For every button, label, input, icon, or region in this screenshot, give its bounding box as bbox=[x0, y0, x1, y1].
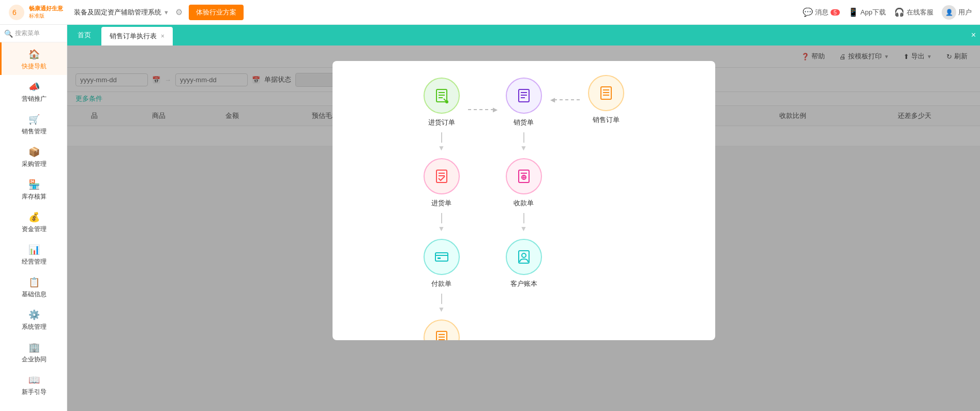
logo-text-line2: 标准版 bbox=[29, 12, 63, 20]
arrow-down-3-tip: ▼ bbox=[438, 305, 445, 315]
svg-point-6 bbox=[445, 100, 448, 103]
app-download-label: App下载 bbox=[861, 8, 886, 17]
h-arrows-col: ▶ bbox=[468, 73, 497, 158]
sidebar-item-operation[interactable]: 📊 经营管理 bbox=[0, 238, 67, 270]
tab-close-btn[interactable]: × bbox=[161, 33, 164, 40]
system-title-area[interactable]: 装备及固定资产辅助管理系统 ▼ bbox=[74, 8, 169, 17]
sidebar-label-marketing: 营销推广 bbox=[22, 95, 47, 103]
left-flow-col: 进货订单 ▼ 进货单 bbox=[415, 73, 468, 340]
operation-icon: 📊 bbox=[28, 244, 40, 255]
online-service-label: 在线客服 bbox=[907, 8, 933, 17]
h-arrow-left: ◀ bbox=[550, 96, 580, 103]
tab-active[interactable]: 销售订单执行表 × bbox=[101, 27, 173, 45]
sidebar-item-purchase[interactable]: 📦 采购管理 bbox=[0, 140, 67, 173]
flow-diagram: 进货订单 ▼ 进货单 bbox=[345, 73, 703, 340]
arrow-down-4 bbox=[523, 132, 524, 143]
search-icon: 🔍 bbox=[4, 29, 13, 38]
supplier-ledger-node[interactable]: 供应商账本 bbox=[415, 315, 468, 340]
avatar: 👤 bbox=[942, 5, 956, 20]
message-badge: 5 bbox=[831, 9, 840, 16]
svg-rect-13 bbox=[436, 331, 447, 340]
arrow-down-2-tip: ▼ bbox=[438, 224, 445, 235]
sidebar-label-system: 系统管理 bbox=[22, 323, 47, 331]
settings-icon[interactable]: ⚙ bbox=[175, 7, 183, 17]
tab-bar: 首页 销售订单执行表 × × bbox=[67, 25, 980, 45]
arrow-down-1-tip: ▼ bbox=[438, 144, 445, 154]
sidebar-item-guide[interactable]: 📖 新手引导 bbox=[0, 368, 67, 401]
svg-rect-10 bbox=[435, 253, 448, 261]
purchase-bill-node[interactable]: 进货单 bbox=[415, 154, 468, 212]
online-service-btn[interactable]: 🎧 在线客服 bbox=[894, 7, 933, 17]
purchase-icon: 📦 bbox=[28, 146, 40, 158]
svg-point-27 bbox=[522, 253, 526, 257]
search-menu-label: 搜索菜单 bbox=[15, 29, 40, 38]
payment-bill-node[interactable]: 付款单 bbox=[415, 235, 468, 293]
online-service-icon: 🎧 bbox=[894, 7, 904, 17]
top-right-area: 💬 消息 5 📱 App下载 🎧 在线客服 👤 用户 bbox=[803, 5, 972, 20]
logo-area: 6 畅康通好生意 标准版 bbox=[8, 4, 68, 21]
sidebar-item-basic-info[interactable]: 📋 基础信息 bbox=[0, 270, 67, 303]
customer-ledger-label: 客户账本 bbox=[510, 279, 537, 288]
search-menu-btn[interactable]: 🔍 搜索菜单 bbox=[0, 25, 67, 42]
system-icon: ⚙️ bbox=[28, 309, 40, 321]
dropdown-icon: ▼ bbox=[163, 9, 169, 16]
sidebar-item-inventory[interactable]: 🏪 库存核算 bbox=[0, 173, 67, 205]
sales-order-row: ◀ 销售订单 bbox=[550, 73, 632, 126]
sidebar-label-operation: 经营管理 bbox=[22, 257, 47, 266]
purchase-order-label: 进货订单 bbox=[428, 118, 455, 127]
sidebar-label-inventory: 库存核算 bbox=[22, 192, 47, 201]
sidebar-item-quick-nav[interactable]: 🏠 快捷导航 bbox=[0, 42, 67, 75]
sidebar-item-marketing[interactable]: 📣 营销推广 bbox=[0, 75, 67, 108]
purchase-bill-icon bbox=[424, 158, 460, 194]
app-download-btn[interactable]: 📱 App下载 bbox=[848, 7, 886, 17]
inventory-icon: 🏪 bbox=[28, 179, 40, 190]
arrow-down-5 bbox=[523, 213, 524, 223]
finance-icon: 💰 bbox=[28, 211, 40, 223]
arrow-down-1 bbox=[441, 132, 442, 143]
purchase-order-node[interactable]: 进货订单 bbox=[415, 73, 468, 131]
svg-text:6: 6 bbox=[12, 8, 17, 17]
receipt-bill-label: 收款单 bbox=[514, 199, 534, 208]
arrow-down-5-tip: ▼ bbox=[520, 224, 527, 235]
basic-info-icon: 📋 bbox=[28, 277, 40, 288]
customer-ledger-icon bbox=[506, 239, 542, 275]
overlay: 进货订单 ▼ 进货单 bbox=[67, 45, 980, 411]
sales-bill-label: 销货单 bbox=[514, 118, 534, 127]
tab-end-close-btn[interactable]: × bbox=[971, 31, 976, 40]
active-tab-label: 销售订单执行表 bbox=[110, 32, 157, 41]
app-download-icon: 📱 bbox=[848, 7, 858, 17]
message-icon: 💬 bbox=[803, 7, 813, 17]
marketing-icon: 📣 bbox=[28, 81, 40, 93]
sidebar-label-basic-info: 基础信息 bbox=[22, 290, 47, 299]
user-area[interactable]: 👤 用户 bbox=[942, 5, 972, 20]
right-flow-col: 销货单 ▼ 收款单 bbox=[497, 73, 550, 293]
sales-bill-icon bbox=[506, 78, 542, 114]
content-area: 首页 销售订单执行表 × × ❓ 帮助 🖨 bbox=[67, 25, 980, 411]
receipt-bill-node[interactable]: 收款单 bbox=[497, 154, 550, 212]
sales-order-icon bbox=[588, 75, 624, 111]
quick-nav-icon: 🏠 bbox=[28, 49, 40, 60]
logo-icon: 6 bbox=[8, 4, 25, 21]
modal: 进货订单 ▼ 进货单 bbox=[333, 61, 715, 340]
sidebar-item-enterprise[interactable]: 🏢 企业协同 bbox=[0, 336, 67, 368]
message-btn[interactable]: 💬 消息 5 bbox=[803, 7, 840, 17]
sidebar-item-system[interactable]: ⚙️ 系统管理 bbox=[0, 303, 67, 336]
sidebar-label-quick-nav: 快捷导航 bbox=[22, 62, 47, 71]
message-label: 消息 bbox=[815, 8, 828, 17]
sidebar-item-finance[interactable]: 💰 资金管理 bbox=[0, 205, 67, 238]
logo-text-line1: 畅康通好生意 bbox=[29, 5, 63, 12]
sales-bill-node[interactable]: 销货单 bbox=[497, 73, 550, 131]
tab-home[interactable]: 首页 bbox=[67, 25, 101, 45]
sales-order-node[interactable]: 销售订单 bbox=[580, 71, 632, 129]
h-arrow-1: ▶ bbox=[468, 92, 497, 128]
arrow-down-4-tip: ▼ bbox=[520, 144, 527, 154]
sales-icon: 🛒 bbox=[28, 114, 40, 125]
purchase-order-icon bbox=[424, 78, 460, 114]
supplier-ledger-icon bbox=[424, 319, 460, 340]
sidebar-item-sales[interactable]: 🛒 销售管理 bbox=[0, 108, 67, 140]
experience-btn[interactable]: 体验行业方案 bbox=[189, 5, 244, 20]
far-right-col: ◀ 销售订单 bbox=[550, 73, 632, 126]
enterprise-icon: 🏢 bbox=[28, 342, 40, 353]
customer-ledger-node[interactable]: 客户账本 bbox=[497, 235, 550, 293]
sidebar-label-finance: 资金管理 bbox=[22, 225, 47, 234]
